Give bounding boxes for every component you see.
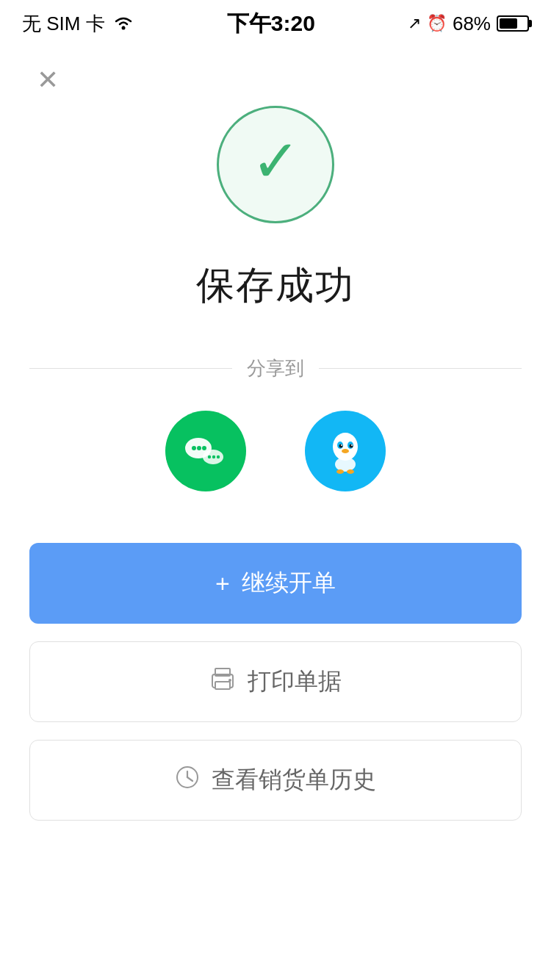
share-qq-button[interactable] <box>305 411 386 491</box>
svg-point-16 <box>342 449 349 453</box>
print-button[interactable]: 打印单据 <box>29 641 522 722</box>
svg-point-2 <box>192 446 196 450</box>
svg-point-6 <box>208 455 211 458</box>
battery-percent: 68% <box>453 12 491 35</box>
svg-point-7 <box>212 455 215 458</box>
svg-point-3 <box>197 446 201 450</box>
printer-icon <box>209 667 236 696</box>
svg-point-19 <box>347 469 354 474</box>
svg-point-18 <box>336 469 344 474</box>
status-bar: 无 SIM 卡 下午3:20 ↗ ⏰ 68% <box>0 0 551 47</box>
close-icon: ✕ <box>37 67 59 93</box>
svg-point-23 <box>228 679 231 682</box>
checkmark-icon: ✓ <box>251 132 300 191</box>
svg-point-15 <box>351 444 353 446</box>
share-buttons <box>165 411 386 491</box>
svg-point-14 <box>341 444 342 446</box>
svg-line-26 <box>187 777 192 781</box>
qq-icon <box>324 428 367 475</box>
continue-label: 继续开单 <box>242 567 336 599</box>
status-left: 无 SIM 卡 <box>22 11 134 37</box>
continue-button[interactable]: + 继续开单 <box>29 543 522 624</box>
status-right: ↗ ⏰ 68% <box>408 12 529 35</box>
wechat-icon <box>182 429 229 473</box>
clock-icon <box>175 765 200 796</box>
svg-rect-22 <box>215 682 230 689</box>
wifi-icon <box>112 12 134 35</box>
no-sim-label: 无 SIM 卡 <box>22 11 105 37</box>
svg-point-0 <box>121 26 125 29</box>
history-label: 查看销货单历史 <box>212 764 376 796</box>
status-time: 下午3:20 <box>227 9 315 39</box>
svg-point-12 <box>339 444 343 448</box>
main-content: ✕ ✓ 保存成功 分享到 <box>0 47 551 850</box>
print-label: 打印单据 <box>248 666 342 698</box>
share-label: 分享到 <box>247 356 304 381</box>
plus-icon: + <box>215 569 230 598</box>
divider-line-right <box>319 368 522 369</box>
success-circle: ✓ <box>217 106 334 223</box>
svg-point-4 <box>202 446 206 450</box>
svg-point-8 <box>217 455 220 458</box>
action-buttons: + 继续开单 打印单据 <box>29 543 522 821</box>
battery-icon <box>497 15 529 32</box>
history-button[interactable]: 查看销货单历史 <box>29 740 522 821</box>
success-title: 保存成功 <box>196 260 355 311</box>
location-icon: ↗ <box>408 14 421 33</box>
close-button[interactable]: ✕ <box>29 62 66 98</box>
svg-point-9 <box>333 433 358 461</box>
svg-point-13 <box>350 444 353 448</box>
alarm-icon: ⏰ <box>427 14 447 33</box>
svg-point-17 <box>335 457 356 472</box>
divider-line-left <box>29 368 232 369</box>
share-wechat-button[interactable] <box>165 411 246 491</box>
share-divider: 分享到 <box>29 356 522 381</box>
